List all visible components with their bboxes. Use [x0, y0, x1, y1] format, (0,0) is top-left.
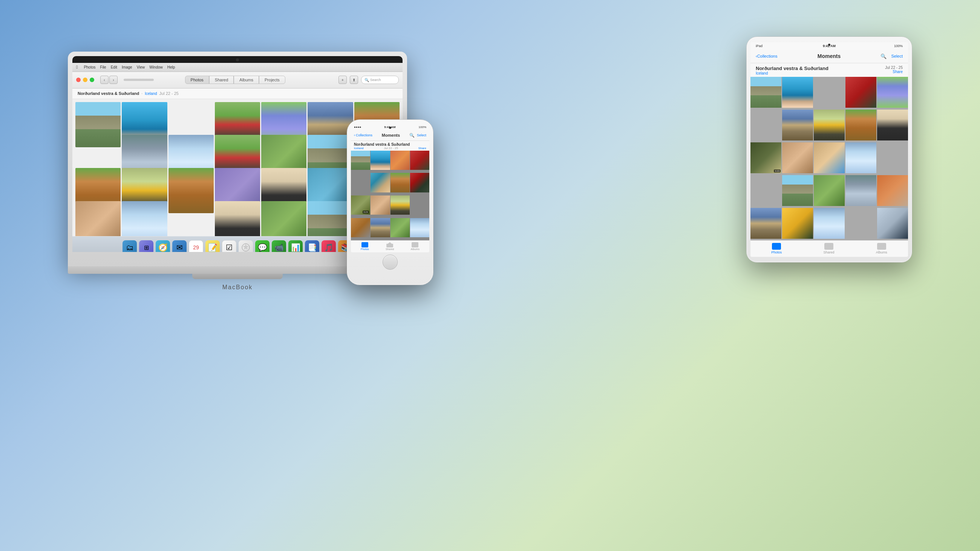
photo-thumb[interactable]: 0:23 [751, 142, 781, 173]
photo-thumb[interactable]: 0:12 [307, 201, 353, 236]
tab-shared[interactable]: Shared [209, 76, 234, 84]
edit-menu[interactable]: Edit [111, 65, 117, 69]
photo-thumb[interactable] [751, 110, 781, 140]
ipad-tab-photos[interactable]: Photos [771, 243, 782, 254]
photo-thumb[interactable] [751, 77, 781, 108]
tab-projects[interactable]: Projects [259, 76, 285, 84]
photo-thumb[interactable] [371, 173, 390, 192]
photo-thumb[interactable] [371, 151, 390, 170]
photo-thumb[interactable] [390, 173, 410, 192]
iphone-share[interactable]: Share [418, 146, 426, 150]
photo-thumb[interactable] [845, 110, 877, 140]
photo-thumb[interactable] [390, 151, 410, 170]
photo-thumb[interactable] [814, 110, 845, 140]
window-menu[interactable]: Window [149, 65, 163, 69]
photo-thumb[interactable] [351, 151, 370, 170]
photo-thumb[interactable] [410, 195, 429, 215]
photos-menu[interactable]: Photos [84, 65, 95, 69]
back-button[interactable]: ‹ [100, 76, 108, 84]
dock-messages[interactable]: 💬 [255, 240, 269, 252]
photo-thumb[interactable]: 0:23 [351, 195, 370, 215]
dock-keynote[interactable]: 📑 [305, 240, 319, 252]
photo-thumb[interactable] [122, 201, 167, 236]
fullscreen-button[interactable] [90, 78, 94, 82]
iphone-tab-shared[interactable]: Shared [386, 242, 394, 251]
photo-thumb[interactable] [877, 175, 908, 206]
photo-thumb[interactable] [351, 173, 370, 192]
photo-thumb[interactable] [877, 208, 908, 239]
photo-thumb[interactable] [814, 77, 845, 108]
file-menu[interactable]: File [100, 65, 106, 69]
photo-thumb[interactable] [877, 110, 908, 140]
photo-thumb[interactable] [215, 201, 260, 236]
photo-thumb[interactable] [814, 208, 845, 239]
photo-thumb[interactable] [390, 195, 410, 215]
ipad-select-button[interactable]: Select [891, 54, 903, 59]
ipad-location[interactable]: Iceland [756, 71, 768, 75]
ipad-share[interactable]: Share [885, 70, 903, 74]
photo-thumb[interactable] [814, 175, 845, 206]
add-button[interactable]: + [339, 76, 347, 84]
photo-thumb[interactable] [371, 195, 390, 215]
iphone-select-button[interactable]: Select [417, 133, 426, 137]
breadcrumb-location[interactable]: Iceland [145, 92, 157, 96]
photo-thumb[interactable] [169, 201, 214, 236]
forward-button[interactable]: › [109, 76, 118, 84]
photo-thumb[interactable] [751, 175, 781, 206]
dock-itunes[interactable]: 🎵 [321, 240, 336, 252]
view-menu[interactable]: View [137, 65, 145, 69]
photo-thumb[interactable] [782, 77, 813, 108]
dock-facetime[interactable]: 📹 [272, 240, 286, 252]
photo-thumb[interactable] [390, 218, 410, 237]
dock-safari[interactable]: 🧭 [156, 240, 170, 252]
iphone-back-button[interactable]: ‹ Collections [354, 133, 372, 137]
photo-thumb[interactable] [877, 77, 908, 108]
search-box[interactable]: 🔍 Search [361, 76, 399, 84]
photo-thumb[interactable] [877, 142, 908, 173]
dock-notes[interactable]: 📝 [205, 240, 220, 252]
ipad-tab-shared[interactable]: Shared [823, 243, 834, 254]
help-menu[interactable]: Help [167, 65, 175, 69]
photo-thumb[interactable] [410, 173, 429, 192]
dock-photos[interactable] [239, 240, 253, 252]
dock-reminders[interactable]: ☑ [222, 240, 236, 252]
photo-thumb[interactable] [410, 151, 429, 170]
dock-launchpad[interactable]: ⊞ [139, 240, 153, 252]
iphone-tab-albums[interactable]: Albums [411, 242, 420, 251]
iphone-search-icon[interactable]: 🔍 [409, 133, 415, 138]
apple-menu[interactable]:  [76, 64, 78, 70]
iphone-home-button[interactable] [383, 255, 398, 270]
tab-photos[interactable]: Photos [185, 76, 209, 84]
close-button[interactable] [76, 78, 81, 82]
zoom-slider[interactable] [124, 79, 154, 81]
photo-thumb[interactable] [782, 208, 813, 239]
search-placeholder: Search [370, 78, 381, 82]
photo-thumb[interactable] [845, 77, 877, 108]
ipad-search-icon[interactable]: 🔍 [880, 54, 886, 59]
iphone-location[interactable]: Iceland [354, 146, 364, 150]
ipad-tab-albums[interactable]: Albums [876, 243, 887, 254]
photo-thumb[interactable] [371, 218, 390, 237]
ipad-back-button[interactable]: ‹ Collections [756, 54, 777, 59]
photo-thumb[interactable] [782, 110, 813, 140]
iphone-tab-photos[interactable]: Photos [361, 242, 369, 251]
dock-numbers[interactable]: 📊 [288, 240, 303, 252]
minimize-button[interactable] [83, 78, 88, 82]
photo-thumb[interactable] [410, 218, 429, 237]
photo-thumb[interactable] [845, 208, 877, 239]
photo-thumb[interactable] [351, 218, 370, 237]
photo-thumb[interactable] [814, 142, 845, 173]
photo-thumb[interactable] [845, 142, 877, 173]
photo-thumb[interactable] [75, 201, 121, 236]
photo-thumb[interactable] [751, 208, 781, 239]
photo-thumb[interactable] [782, 142, 813, 173]
share-button[interactable]: ⬆ [350, 76, 358, 84]
dock-mail[interactable]: ✉ [172, 240, 186, 252]
photo-thumb[interactable]: 0:17 [261, 201, 306, 236]
photo-thumb[interactable] [782, 175, 813, 206]
image-menu[interactable]: Image [122, 65, 132, 69]
dock-finder[interactable]: 🗂 [123, 240, 137, 252]
tab-albums[interactable]: Albums [234, 76, 259, 84]
dock-calendar[interactable]: 29 [189, 240, 203, 252]
photo-thumb[interactable] [845, 175, 877, 206]
